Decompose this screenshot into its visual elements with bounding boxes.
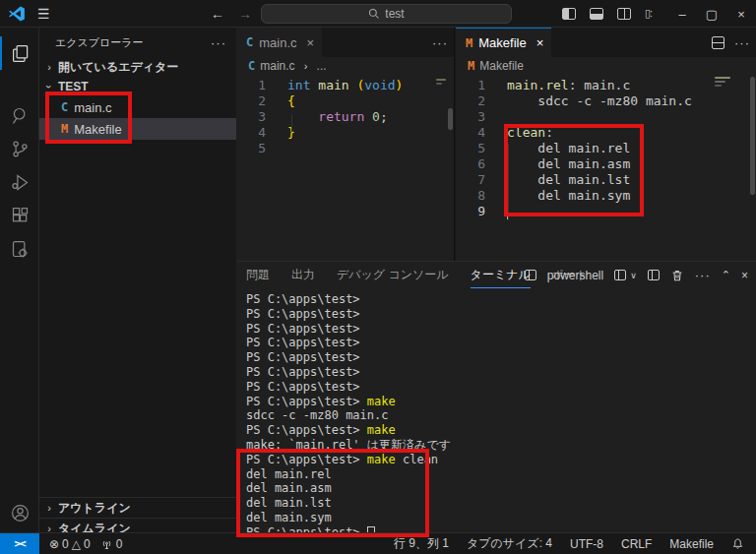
line-text	[485, 109, 507, 125]
source-control-icon[interactable]	[0, 132, 39, 165]
close-tab-icon[interactable]: ×	[536, 35, 544, 50]
outline-section[interactable]: › アウトライン	[39, 497, 236, 518]
explorer-icon[interactable]	[0, 36, 39, 70]
maximize-panel-icon[interactable]: ⌃	[722, 269, 730, 281]
line-text: main.rel: main.c	[485, 78, 630, 93]
scrollbar[interactable]	[750, 77, 755, 195]
line-text: PS C:\apps\test>	[246, 380, 360, 395]
tab-debug-console[interactable]: デバッグ コンソール	[337, 262, 449, 288]
file-item-makefile[interactable]: M Makefile	[39, 118, 236, 140]
line-number: 4	[456, 125, 485, 141]
makefile-icon: M	[61, 122, 68, 136]
outline-label: アウトライン	[58, 500, 131, 517]
file-item-main-c[interactable]: C main.c	[39, 96, 236, 118]
line-number: 3	[456, 109, 485, 125]
breadcrumb-file[interactable]: main.c	[260, 59, 294, 73]
trash-icon[interactable]	[670, 269, 684, 282]
extensions-icon[interactable]	[0, 199, 39, 232]
more-actions-icon[interactable]: ···	[211, 35, 226, 50]
terminal-line: del main.sym	[246, 511, 752, 525]
breadcrumb-more[interactable]: ...	[317, 59, 327, 73]
toggle-panel-icon[interactable]	[590, 8, 603, 20]
command-center-search[interactable]: test	[261, 4, 512, 24]
nav-back-icon[interactable]: ←	[211, 6, 224, 22]
close-panel-icon[interactable]: ×	[741, 269, 748, 282]
ports-status[interactable]: 0	[100, 537, 123, 551]
encoding[interactable]: UTF-8	[570, 537, 603, 551]
close-tab-icon[interactable]: ×	[307, 35, 315, 50]
explorer-sidebar: エクスプローラー ··· › 開いているエディター › TEST C main.…	[39, 28, 236, 532]
account-icon[interactable]	[0, 496, 39, 529]
problems-status[interactable]: ⊗ 0 △ 0	[49, 537, 91, 551]
split-terminal-icon[interactable]	[648, 270, 660, 280]
new-terminal-icon[interactable]	[614, 270, 626, 280]
line-text: PS C:\apps\test>	[246, 322, 360, 337]
nav-forward-icon[interactable]: →	[238, 6, 252, 22]
breadcrumb[interactable]: M Makefile	[456, 57, 756, 75]
open-editors-section[interactable]: › 開いているエディター	[39, 57, 236, 77]
folder-section-test[interactable]: › TEST	[39, 77, 236, 96]
error-icon: ⊗	[49, 537, 59, 551]
line-text: PS C:\apps\test> make clean	[246, 453, 438, 467]
search-side-icon[interactable]	[0, 98, 39, 132]
minimap[interactable]	[436, 79, 446, 85]
toggle-sidebar-icon[interactable]	[562, 8, 576, 20]
breadcrumb-file[interactable]: Makefile	[479, 59, 524, 73]
scrollbar[interactable]	[448, 108, 453, 130]
run-debug-icon[interactable]	[0, 165, 39, 199]
ports-radio-icon	[100, 537, 113, 550]
line-text	[266, 141, 287, 156]
line-text: PS C:\apps\test>	[246, 350, 360, 365]
minimize-button[interactable]: –	[667, 0, 697, 28]
terminal-profile-label[interactable]: powershell	[547, 269, 603, 282]
file-label: Makefile	[74, 122, 121, 137]
tab-main-c[interactable]: C main.c ×	[236, 28, 322, 57]
line-text: del main.asm	[246, 481, 332, 496]
cursor-position[interactable]: 行 9、列 1	[394, 535, 449, 552]
close-button[interactable]: ×	[726, 0, 756, 28]
line-text: sdcc -c -mz80 main.c	[485, 93, 692, 109]
tab-problems[interactable]: 問題	[246, 262, 270, 288]
line-number: 2	[456, 93, 485, 109]
code-line: 6 del main.asm	[456, 156, 756, 172]
tab-terminal[interactable]: ターミナル	[471, 262, 531, 288]
eol-sequence[interactable]: CRLF	[621, 537, 652, 551]
minimap[interactable]	[715, 77, 730, 87]
terminal-line: PS C:\apps\test>	[246, 365, 752, 380]
error-count: 0	[62, 537, 69, 551]
code-editor-main-c[interactable]: 1int main (void)2{3 return 0;4}5	[236, 75, 454, 261]
customize-layout-icon[interactable]: ▯:	[645, 7, 661, 21]
remote-indicator[interactable]: ><	[0, 533, 39, 554]
ports-count: 0	[116, 537, 123, 551]
warning-count: 0	[84, 537, 91, 551]
c-file-icon: C	[246, 35, 253, 49]
chevron-down-icon[interactable]: ∨	[630, 271, 637, 280]
tools-icon[interactable]	[0, 232, 39, 266]
code-line: 7 del main.lst	[456, 172, 756, 188]
tab-makefile[interactable]: M Makefile ×	[456, 28, 551, 57]
more-actions-icon[interactable]: ···	[432, 35, 448, 50]
code-editor-makefile[interactable]: 1main.rel: main.c2 sdcc -c -mz80 main.c3…	[456, 75, 756, 261]
activity-bar	[0, 28, 39, 532]
language-mode[interactable]: Makefile	[669, 537, 714, 551]
menu-icon[interactable]: ☰	[37, 6, 50, 22]
breadcrumb[interactable]: C main.c › ...	[236, 57, 454, 75]
terminal-line: PS C:\apps\test>	[246, 292, 752, 307]
indentation[interactable]: タブのサイズ: 4	[467, 535, 552, 552]
more-actions-icon[interactable]: ···	[695, 268, 711, 282]
split-editor-icon[interactable]	[712, 36, 724, 49]
terminal-line: del main.rel	[246, 467, 752, 482]
terminal-output[interactable]: PS C:\apps\test>PS C:\apps\test>PS C:\ap…	[246, 292, 752, 532]
line-number: 9	[456, 204, 485, 219]
folder-label: TEST	[58, 80, 89, 93]
maximize-button[interactable]: ▢	[697, 0, 726, 28]
tab-output[interactable]: 出力	[291, 262, 315, 288]
editor-group-right: M Makefile × ··· M Makefile 1main.rel: m…	[456, 28, 756, 261]
bell-icon[interactable]	[731, 537, 744, 550]
terminal-line: PS C:\apps\test>	[246, 380, 752, 395]
vscode-window: ☰ ← → test ▯: – ▢ ×	[0, 0, 756, 554]
line-text: PS C:\apps\test> make	[246, 423, 396, 438]
toggle-secondary-sidebar-icon[interactable]	[617, 8, 631, 20]
line-text: PS C:\apps\test>	[246, 336, 360, 350]
more-actions-icon[interactable]: ···	[734, 35, 750, 50]
